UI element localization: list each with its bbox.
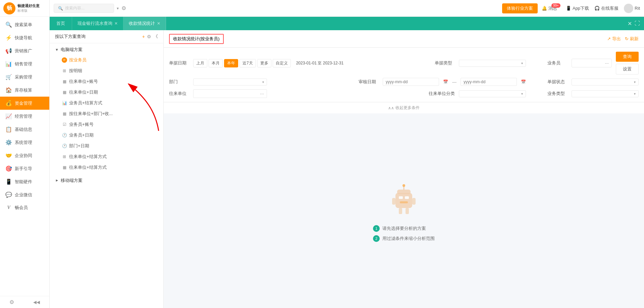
scheme-item-unit-settlement2[interactable]: ▦ 往来单位+结算方式 <box>50 162 163 173</box>
scheme-collapse-icon[interactable]: 《 <box>153 34 158 40</box>
audit-date-from[interactable] <box>383 78 439 86</box>
staff-label: 业务员 <box>547 60 568 66</box>
group-title-mobile: 移动端方案 <box>61 177 83 184</box>
close-window-icon[interactable]: ✕ <box>628 20 632 27</box>
cta-button[interactable]: 体验行业方案 <box>502 3 538 13</box>
svg-rect-1 <box>399 196 403 199</box>
scheme-item-detail[interactable]: ⊞ 按明细 <box>50 65 163 76</box>
sidebar-item-purchase[interactable]: 🛒 采购管理 <box>0 70 49 84</box>
svg-rect-6 <box>406 208 409 214</box>
user-profile[interactable]: Rit <box>624 4 640 13</box>
user-avatar <box>624 4 633 13</box>
maximize-icon[interactable]: ⛶ <box>635 20 640 27</box>
corp-icon: 🤝 <box>5 152 12 159</box>
sidebar-item-sales[interactable]: 📊 销售管理 <box>0 57 49 70</box>
home-tab-label: 首页 <box>56 20 65 27</box>
date-btn-last-month[interactable]: 上月 <box>193 59 207 67</box>
scheme-item-unit-settlement1[interactable]: ⊞ 往来单位+结算方式 <box>50 151 163 162</box>
notification-button[interactable]: 🔔 消息 99+ <box>542 5 557 11</box>
partner-category-label: 往来单位分类 <box>429 91 455 97</box>
scheme-item-dept-date[interactable]: 🕐 部门+日期 <box>50 141 163 151</box>
export-button[interactable]: ↗ 导出 <box>607 36 621 42</box>
search-icon: 🔍 <box>5 21 12 28</box>
refresh-button[interactable]: ↻ 刷新 <box>625 36 639 42</box>
scheme-group-pc-header[interactable]: ▼ 电脑端方案 <box>50 45 163 55</box>
scheme-item-staff-account[interactable]: ☑ 业务员+账号 <box>50 119 163 130</box>
tab-bank[interactable]: 现金银行流水查询 ✕ <box>72 17 123 30</box>
sidebar-item-system[interactable]: ⚙️ 系统管理 <box>0 136 49 149</box>
date-btn-custom[interactable]: 自定义 <box>273 59 291 67</box>
partner-label: 往来单位 <box>169 91 189 97</box>
scheme-item-unit-date[interactable]: ▦ 往来单位+日期 <box>50 87 163 98</box>
scheme-item-staff-date[interactable]: 🕐 业务员+日期 <box>50 130 163 141</box>
partner-select[interactable]: ··· <box>193 89 267 98</box>
sidebar-item-guide[interactable]: 🎯 新手引导 <box>0 162 49 175</box>
date-btn-this-year[interactable]: 本年 <box>224 59 238 67</box>
sidebar-item-shortcut[interactable]: ⚡ 快捷导航 <box>0 31 49 44</box>
sidebar-item-operation[interactable]: 📈 经营管理 <box>0 110 49 123</box>
sidebar-item-wechat[interactable]: 💬 企业微信 <box>0 188 49 201</box>
hardware-icon: 📱 <box>5 178 12 185</box>
calendar-from-icon[interactable]: 📅 <box>443 80 448 84</box>
service-icon: 🎧 <box>594 6 600 11</box>
collapse-bar[interactable]: ∧∧ 收起更多条件 <box>164 102 644 113</box>
doc-type-label: 单据类型 <box>435 60 455 66</box>
biz-type-select[interactable]: ▾ <box>572 90 639 97</box>
calendar-to-icon[interactable]: 📅 <box>521 80 526 84</box>
date-btn-more[interactable]: 更多 <box>257 59 271 67</box>
logo-text: 畅捷通好生意 标准版 <box>17 3 40 13</box>
partner-category-select[interactable]: ▾ <box>459 90 526 97</box>
staff-select[interactable]: ··· <box>572 59 612 67</box>
sidebar-item-search[interactable]: 🔍 搜索菜单 <box>0 18 49 31</box>
audit-date-label: 审核日期 <box>359 79 379 85</box>
scheme-item-staff[interactable]: ⟳ 按业务员 <box>50 55 163 65</box>
scheme-item-staff-settlement[interactable]: 📊 业务员+结算方式 <box>50 98 163 108</box>
svg-rect-10 <box>400 201 408 203</box>
sidebar-item-corp[interactable]: 🤝 企业协同 <box>0 149 49 162</box>
query-button[interactable]: 查询 <box>616 52 639 62</box>
date-button-group: 上月 本月 本年 近7天 更多 自定义 <box>193 59 291 67</box>
page-header-actions: ↗ 导出 ↻ 刷新 <box>607 36 639 42</box>
content-area: 按以下方案查询 + ⚙ 《 ▼ 电脑端方案 ⟳ <box>50 30 644 308</box>
dept-select[interactable]: ▾ <box>193 79 267 86</box>
doc-status-chevron: ▾ <box>634 80 636 84</box>
sidebar-item-hardware[interactable]: 📱 智能硬件 <box>0 175 49 188</box>
partner-dots[interactable]: ··· <box>260 91 264 96</box>
svg-rect-5 <box>399 208 402 214</box>
scheme-settings-icon[interactable]: ⚙ <box>147 34 151 39</box>
collapse-sidebar-icon[interactable]: ◀◀ <box>33 300 40 305</box>
unit-settlement1-icon: ⊞ <box>62 154 67 159</box>
settings-footer-icon[interactable]: ⚙ <box>9 299 14 305</box>
sidebar-item-inventory[interactable]: 🏠 库存核算 <box>0 84 49 97</box>
bank-tab-label: 现金银行流水查询 <box>77 20 112 27</box>
scheme-item-unit-dept[interactable]: ▦ 按往来单位+部门+收... <box>50 108 163 119</box>
online-service-button[interactable]: 🎧 在线客服 <box>594 5 619 11</box>
scheme-add-icon[interactable]: + <box>142 34 145 39</box>
bank-tab-close[interactable]: ✕ <box>114 21 118 26</box>
scheme-group-mobile-header[interactable]: ▼ 移动端方案 <box>50 175 163 186</box>
topbar-dropdown-icon[interactable]: ▾ <box>117 6 119 11</box>
sidebar-item-marketing[interactable]: 📢 营销推广 <box>0 44 49 57</box>
sidebar-item-member[interactable]: V 畅会员 <box>0 201 49 214</box>
sidebar-item-finance[interactable]: 💰 资金管理 <box>0 97 49 110</box>
collection-tab-close[interactable]: ✕ <box>157 21 160 26</box>
tab-collection[interactable]: 收款情况统计 ✕ <box>123 17 166 30</box>
app-download-button[interactable]: 📱 App下载 <box>566 5 589 11</box>
doc-type-select[interactable]: ▾ <box>459 60 526 67</box>
logo-icon: 畅 <box>3 2 15 14</box>
page-title-text: 收款情况统计(按业务员) <box>173 36 220 41</box>
scheme-item-unit-account[interactable]: ▦ 往来单位+账号 <box>50 76 163 87</box>
doc-status-select[interactable]: ▾ <box>572 79 639 86</box>
sidebar-item-base[interactable]: 📋 基础信息 <box>0 123 49 136</box>
date-btn-7days[interactable]: 近7天 <box>239 59 256 67</box>
date-btn-this-month[interactable]: 本月 <box>209 59 223 67</box>
staff-more-icon[interactable]: ··· <box>605 60 609 66</box>
audit-date-to[interactable] <box>461 78 517 86</box>
topbar-gear-icon[interactable]: ⚙ <box>121 5 126 11</box>
settings-button[interactable]: 设置 <box>616 64 639 74</box>
marketing-icon: 📢 <box>5 48 12 54</box>
filter-panel: 单据日期 上月 本月 本年 近7天 更多 自定义 2023-01-01 至 20… <box>164 48 644 102</box>
wechat-icon: 💬 <box>5 192 12 198</box>
tab-home[interactable]: 首页 <box>50 17 72 30</box>
sales-icon: 📊 <box>5 61 12 67</box>
